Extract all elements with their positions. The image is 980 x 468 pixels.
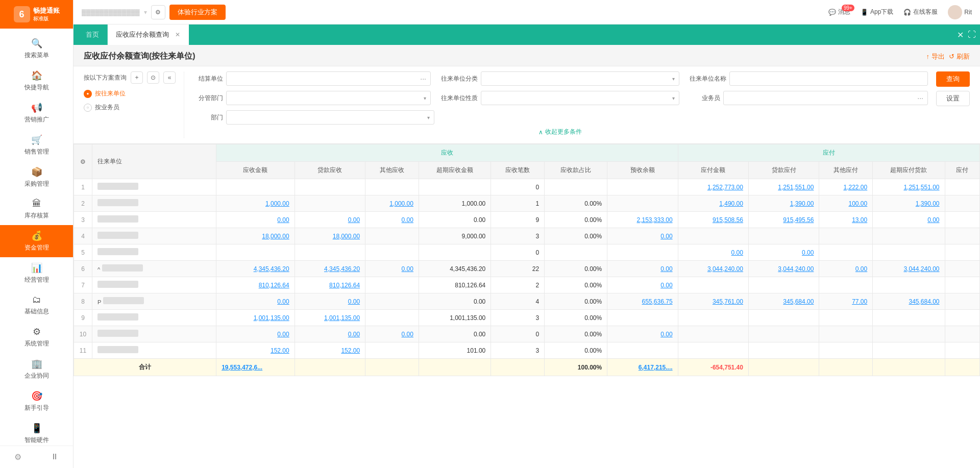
table-cell[interactable]: 655,636.75 [607, 293, 678, 310]
cell-link[interactable]: 1,000.00 [389, 200, 413, 207]
table-cell[interactable]: 810,126.64 [216, 277, 295, 293]
query-button[interactable]: 查询 [936, 71, 970, 87]
cell-link[interactable]: 0.00 [348, 331, 360, 338]
cell-link[interactable]: 1,222.00 [843, 184, 867, 191]
collapse-scheme-btn[interactable]: « [163, 71, 176, 84]
edit-scheme-btn[interactable]: ⊙ [147, 71, 159, 84]
cell-link[interactable]: 0.00 [731, 249, 743, 256]
cell-link[interactable]: 0.00 [402, 265, 413, 273]
cell-link[interactable]: 1,000.00 [265, 200, 289, 207]
cell-link[interactable]: 152.00 [271, 347, 289, 354]
dept-managed-select[interactable]: ▾ [226, 91, 431, 105]
table-cell[interactable]: 3,044,240.00 [873, 261, 945, 277]
scheme-by-unit[interactable]: ● 按往来单位 [84, 88, 176, 100]
sidebar-settings-btn[interactable]: ⚙ [14, 452, 21, 462]
cell-link[interactable]: 0.00 [277, 216, 289, 224]
table-cell[interactable]: 0.00 [295, 326, 365, 342]
sidebar-item-enterprise[interactable]: 🏢 企业协同 [0, 353, 73, 385]
cell-link[interactable]: 1,490.00 [719, 200, 743, 207]
cell-link[interactable]: 915,508.56 [713, 216, 743, 224]
table-cell[interactable]: 0.00 [748, 244, 819, 261]
cell-link[interactable]: 0.00 [660, 282, 672, 289]
table-cell[interactable]: 1,251,551.00 [873, 179, 945, 195]
settlement-unit-dots[interactable]: ··· [420, 75, 426, 83]
table-cell[interactable]: 4,345,436.20 [295, 261, 365, 277]
cell-link[interactable]: 915,495.56 [783, 216, 814, 224]
refresh-btn[interactable]: ↺ 刷新 [949, 52, 970, 61]
table-cell[interactable]: 345,761.00 [678, 293, 748, 310]
export-btn[interactable]: ↑ 导出 [926, 52, 945, 61]
cell-link[interactable]: 2,153,333.00 [637, 216, 673, 224]
message-btn[interactable]: 💬 消息 99+ [828, 8, 850, 16]
sidebar-item-marketing[interactable]: 📢 营销推广 [0, 97, 73, 129]
cell-link[interactable]: 13.00 [852, 216, 867, 224]
sidebar-item-purchase[interactable]: 📦 采购管理 [0, 161, 73, 193]
cell-link[interactable]: 152.00 [341, 347, 360, 354]
cell-link[interactable]: 3,044,240.00 [778, 265, 814, 273]
cell-link[interactable]: 810,126.64 [259, 282, 289, 289]
promo-button[interactable]: 体验行业方案 [169, 5, 226, 20]
table-cell[interactable]: 915,508.56 [678, 212, 748, 228]
table-cell[interactable]: 77.00 [819, 293, 873, 310]
cell-link[interactable]: 3,044,240.00 [707, 265, 743, 273]
sidebar-item-finance[interactable]: 💰 资金管理 [0, 225, 73, 257]
table-cell[interactable]: 810,126.64 [295, 277, 365, 293]
table-cell[interactable]: 345,684.00 [873, 293, 945, 310]
tab-close-btn[interactable]: ✕ [175, 31, 180, 38]
cell-link[interactable]: 655,636.75 [642, 298, 673, 305]
table-cell[interactable]: 0.00 [216, 212, 295, 228]
cell-link[interactable]: 0.00 [348, 216, 360, 224]
cell-link[interactable]: 77.00 [852, 298, 867, 305]
cell-link[interactable]: 0.00 [927, 216, 939, 224]
table-cell[interactable]: 1,390.00 [748, 195, 819, 212]
cell-link[interactable]: 0.00 [277, 298, 289, 305]
settings-button[interactable]: 设置 [936, 91, 970, 106]
cell-link[interactable]: 4,345,436.20 [324, 265, 360, 273]
sidebar-item-guide[interactable]: 🎯 新手引导 [0, 385, 73, 417]
cell-link[interactable]: 1,390.00 [790, 200, 814, 207]
cell-link[interactable]: 345,684.00 [783, 298, 814, 305]
table-cell[interactable]: 1,222.00 [819, 179, 873, 195]
table-cell[interactable]: 3,044,240.00 [748, 261, 819, 277]
table-cell[interactable]: 0.00 [295, 212, 365, 228]
tab-maximize-btn[interactable]: ⛶ [968, 30, 976, 40]
cell-link[interactable]: 100.00 [849, 200, 868, 207]
cell-link[interactable]: 0.00 [660, 233, 672, 240]
table-cell[interactable]: 0.00 [607, 261, 678, 277]
table-cell[interactable]: 1,390.00 [873, 195, 945, 212]
settings-gear-btn[interactable]: ⚙ [151, 5, 165, 19]
table-cell[interactable]: 0.00 [365, 212, 419, 228]
cell-link[interactable]: 18,000.00 [333, 233, 360, 240]
cell-link[interactable]: 0.00 [348, 298, 360, 305]
table-cell[interactable]: 0.00 [607, 326, 678, 342]
table-cell[interactable]: 0.00 [365, 261, 419, 277]
table-cell[interactable]: 1,001,135.00 [295, 310, 365, 326]
table-cell[interactable]: 345,684.00 [748, 293, 819, 310]
scheme-by-staff[interactable]: ○ 按业务员 [84, 102, 176, 113]
table-cell[interactable]: 0.00 [365, 326, 419, 342]
sidebar-item-smart-hw[interactable]: 📱 智能硬件 [0, 417, 73, 446]
cell-link[interactable]: 3,044,240.00 [903, 265, 939, 273]
sidebar-item-operation[interactable]: 📊 经营管理 [0, 257, 73, 289]
table-cell[interactable]: 0.00 [678, 244, 748, 261]
app-download-btn[interactable]: 📱 App下载 [861, 8, 893, 16]
table-cell[interactable]: 3,044,240.00 [678, 261, 748, 277]
cell-link[interactable]: 0.00 [660, 331, 672, 338]
table-cell[interactable]: 1,000.00 [365, 195, 419, 212]
table-cell[interactable]: 0.00 [819, 261, 873, 277]
sidebar-item-sales[interactable]: 🛒 销售管理 [0, 129, 73, 161]
counterpart-nature-select[interactable]: ▾ [481, 91, 679, 105]
table-cell[interactable]: 152.00 [216, 342, 295, 359]
sidebar-item-basic-info[interactable]: 🗂 基础信息 [0, 289, 73, 321]
table-cell[interactable]: 1,001,135.00 [216, 310, 295, 326]
cell-link[interactable]: 0.00 [855, 265, 867, 273]
cell-link[interactable]: 0.00 [277, 331, 289, 338]
user-info[interactable]: Rit [948, 5, 972, 19]
collapse-more-btn[interactable]: ∧ 收起更多条件 [192, 128, 928, 136]
cell-link[interactable]: 1,390.00 [916, 200, 940, 207]
table-cell[interactable]: 0.00 [216, 326, 295, 342]
table-cell[interactable]: 18,000.00 [295, 228, 365, 244]
table-cell[interactable]: 152.00 [295, 342, 365, 359]
salesperson-input[interactable]: ··· [723, 91, 928, 105]
table-cell[interactable]: 0.00 [295, 293, 365, 310]
